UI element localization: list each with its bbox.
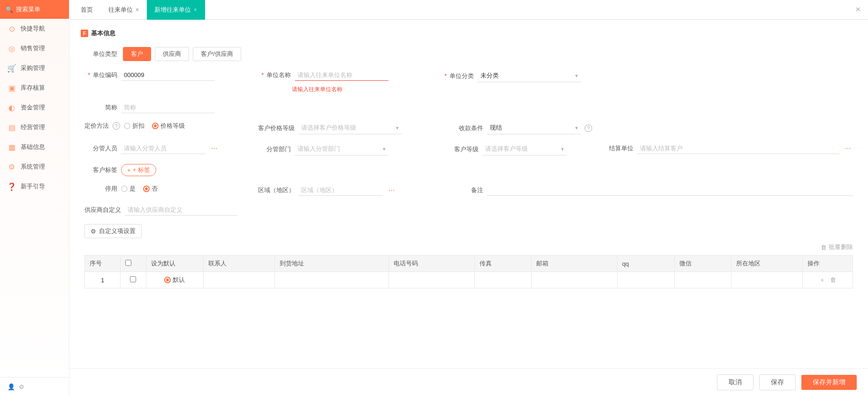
th-address: 到货地址 [274,256,388,272]
supplier-custom-input[interactable] [125,204,237,216]
sidebar-search[interactable]: 🔍 搜索菜单 [0,0,69,19]
section-header: F 基本信息 [81,29,857,38]
settlement-unit-more-btn[interactable]: ··· [843,144,853,153]
chevron-down-icon5: ▾ [561,146,564,152]
disabled-row: 停用 是 否 区域（地区） [84,185,853,196]
add-tag-button[interactable]: + + 标签 [121,164,156,176]
tab-new-partner-close[interactable]: × [194,7,197,13]
sidebar-item-system[interactable]: ⚙ 系统管理 [0,157,69,177]
sidebar-label-basic: 基础信息 [21,143,45,151]
payment-info-icon[interactable]: ? [585,124,592,132]
sidebar-item-guide[interactable]: ❓ 新手引导 [0,177,69,196]
td-actions: ＋ 🗑 [803,272,853,288]
btn-both[interactable]: 客户/供应商 [193,47,241,61]
pricing-info-icon[interactable]: ? [113,122,120,130]
sidebar-item-inventory[interactable]: ▣ 库存核算 [0,78,69,98]
sidebar-item-purchase[interactable]: 🛒 采购管理 [0,58,69,78]
user-icon: 👤 [8,383,15,390]
td-wechat [674,272,731,288]
unit-code-input[interactable] [121,70,215,81]
unit-name-group: * 单位名称 请输入往来单位名称 [258,70,427,93]
customer-level-label: 客户等级 [446,145,479,154]
sidebar-label-quick-nav: 快捷导航 [21,24,45,33]
row-default-radio[interactable]: 默认 [151,276,198,284]
radio-no-circle [143,186,150,192]
tab-partners-close[interactable]: × [136,7,139,13]
unit-code-label: * 单位编码 [84,71,117,79]
row-checkbox[interactable] [130,276,136,282]
manager-input[interactable] [121,143,206,154]
row-default-label: 默认 [173,276,185,284]
tab-home-label: 首页 [81,6,93,14]
finance-icon: ◐ [8,103,16,112]
region-input[interactable] [298,185,383,196]
save-new-button[interactable]: 保存并新增 [801,375,857,390]
unit-type-group: 单位类型 客户 供应商 客户/供应商 [84,47,241,61]
tab-new-partner[interactable]: 新增往来单位 × [147,0,205,20]
batch-delete-button[interactable]: 🗑 批量删除 [821,243,853,251]
tab-partners[interactable]: 往来单位 × [101,0,147,20]
radio-no[interactable]: 否 [143,185,158,193]
btn-customer[interactable]: 客户 [123,47,151,61]
region-more-btn[interactable]: ··· [387,186,396,194]
customer-price-level-select[interactable]: 请选择客户价格等级 ▾ [298,122,402,134]
payment-terms-select[interactable]: 现结 ▾ [487,122,581,134]
operation-icon: ▤ [8,123,16,132]
purchase-icon: 🛒 [8,64,16,72]
sidebar-item-operation[interactable]: ▤ 经营管理 [0,117,69,137]
save-button[interactable]: 保存 [759,374,796,390]
short-name-input[interactable] [121,102,215,113]
department-select[interactable]: 请输入分管部门 ▾ [295,143,388,155]
code-name-row: * 单位编码 * 单位名称 请输入往来单位名称 [84,70,853,93]
settings-icon: ⚙ [19,383,24,390]
radio-discount[interactable]: 折扣 [124,122,145,130]
unit-category-select[interactable]: 未分类 ▾ [478,70,581,82]
customer-tag-group: 客户标签 + + 标签 [84,164,853,176]
customer-level-group: 客户等级 请选择客户等级 ▾ [446,143,586,155]
search-icon: 🔍 [6,6,13,13]
disabled-group: 停用 是 否 [84,185,244,193]
payment-terms-value: 现结 [490,124,573,132]
add-row-icon[interactable]: ＋ [819,276,825,283]
basic-icon: ▦ [8,143,16,151]
cancel-button[interactable]: 取消 [717,374,754,390]
unit-name-row-inner: * 单位名称 [258,70,427,81]
sidebar-item-sales[interactable]: ◎ 销售管理 [0,39,69,58]
th-qq: qq [617,256,674,272]
sidebar-item-basic[interactable]: ▦ 基础信息 [0,137,69,157]
sidebar-item-quick-nav[interactable]: ⊙ 快捷导航 [0,19,69,39]
th-check [121,256,146,272]
tab-bar-global-close[interactable]: × [852,5,864,15]
chevron-down-icon4: ▾ [383,146,386,152]
main-area: 首页 往来单位 × 新增往来单位 × × F 基本信息 单位类型 客户 [69,0,868,396]
batch-delete-area: 🗑 批量删除 [84,243,853,251]
sidebar-item-finance[interactable]: ◐ 资金管理 [0,98,69,117]
pricing-method-group: 定价方法 ? 折扣 价格等级 [84,122,244,130]
sidebar-search-label: 搜索菜单 [16,5,40,14]
radio-yes-circle [121,186,128,192]
radio-discount-circle [124,123,130,129]
payment-terms-label: 收款条件 [450,124,483,132]
td-qq [617,272,674,288]
unit-type-buttons: 客户 供应商 客户/供应商 [123,47,241,61]
td-region [731,272,803,288]
short-name-group: 简称 [84,102,244,113]
disabled-radio-group: 是 否 [121,185,158,193]
table-header-row: 序号 设为默认 联系人 到货地址 电话号码 传真 邮箱 qq 微信 所在地区 [85,256,853,272]
remark-input[interactable] [487,185,853,196]
unit-name-input[interactable] [295,70,388,81]
unit-category-label: * 单位分类 [441,72,474,80]
radio-price-level[interactable]: 价格等级 [152,122,185,130]
tab-home[interactable]: 首页 [73,0,101,20]
manager-more-btn[interactable]: ··· [209,144,219,153]
unit-code-group: * 单位编码 [84,70,244,81]
custom-settings-button[interactable]: ⚙ 自定义项设置 [84,224,142,238]
select-all-checkbox[interactable] [125,260,131,266]
delete-row-icon[interactable]: 🗑 [830,276,836,283]
btn-supplier[interactable]: 供应商 [155,47,189,61]
action-bar: 取消 保存 保存并新增 [69,368,868,396]
settlement-unit-input[interactable] [637,143,839,154]
customer-level-select[interactable]: 请选择客户等级 ▾ [482,143,567,155]
manager-row: 分管人员 ··· 分管部门 请输入分管部门 ▾ 客户等级 请选择客户等级 [84,143,853,155]
radio-yes[interactable]: 是 [121,185,136,193]
